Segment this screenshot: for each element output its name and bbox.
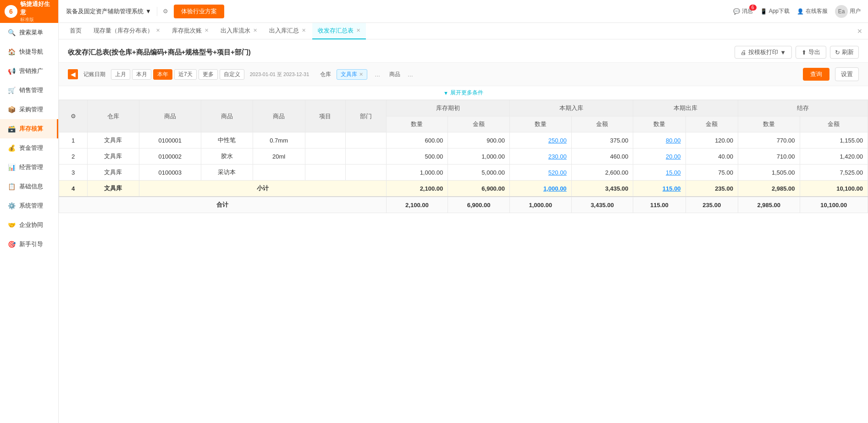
page-header-actions: 🖨 按模板打印 ▼ ⬆ 导出 ↻ 刷新	[735, 46, 859, 59]
tab-label-inout-summary: 出入库汇总	[269, 27, 299, 35]
sidebar-item-enterprise[interactable]: 🤝企业协同	[0, 215, 58, 235]
col-outbound-header: 本期出库	[633, 100, 738, 116]
row-opening-amount: 5,000.00	[448, 165, 510, 181]
row-project	[305, 148, 345, 165]
date-options: 上月本月本年近7天更多自定义	[111, 69, 244, 80]
row-inbound-qty[interactable]: 250.00	[509, 132, 571, 148]
row-outbound-qty[interactable]: 20.00	[633, 148, 686, 165]
export-icon: ⬆	[802, 49, 807, 56]
subtotal-opening-qty: 2,100.00	[386, 181, 448, 197]
goods-label: 商品	[389, 71, 400, 78]
sidebar-item-quick-nav[interactable]: 🏠快捷导航	[0, 42, 58, 61]
date-option-本月[interactable]: 本月	[132, 69, 151, 80]
tab-inventory-dist[interactable]: 现存量（库存分布表）✕	[88, 23, 166, 39]
row-balance-qty: 1,505.00	[738, 165, 800, 181]
sidebar-icon-purchase: 📦	[7, 105, 16, 114]
dropdown-arrow-icon: ▼	[780, 49, 786, 56]
row-outbound-qty[interactable]: 80.00	[633, 132, 686, 148]
filter-toggle-btn[interactable]: ◀	[68, 69, 78, 79]
row-warehouse: 文具库	[88, 165, 139, 181]
total-opening-qty: 2,100.00	[386, 197, 448, 213]
tab-inout-summary[interactable]: 出入库汇总✕	[264, 23, 311, 39]
tab-batch-ledger[interactable]: 库存批次账✕	[166, 23, 214, 39]
gear-icon[interactable]: ⚙	[163, 8, 168, 15]
row-project	[305, 132, 345, 148]
inbound-qty-header: 数量	[509, 116, 571, 132]
balance-amount-header: 金额	[800, 116, 868, 132]
table-row: 3 文具库 0100003 采访本 1,000.00 5,000.00 520.…	[59, 165, 868, 181]
online-service-action[interactable]: 👤 在线客服	[797, 7, 828, 15]
tab-receive-send-summary[interactable]: 收发存汇总表✕	[312, 23, 366, 39]
app-download-action[interactable]: 📱 App下载	[760, 7, 790, 15]
logo-text: 畅捷通好生意 标准版	[20, 0, 54, 23]
row-no: 1	[59, 132, 88, 148]
opening-qty-header: 数量	[386, 116, 448, 132]
tab-inout-flow[interactable]: 出入库流水✕	[215, 23, 263, 39]
warehouse-tag-close[interactable]: ✕	[359, 71, 363, 77]
tab-home[interactable]: 首页	[64, 23, 87, 39]
total-inbound-amount: 3,435.00	[571, 197, 633, 213]
sidebar-label-system: 系统管理	[19, 202, 43, 210]
refresh-btn[interactable]: ↻ 刷新	[830, 46, 859, 59]
tab-close-batch-ledger[interactable]: ✕	[205, 27, 209, 33]
tab-close-inventory-dist[interactable]: ✕	[156, 27, 160, 33]
sidebar-item-sales[interactable]: 🛒销售管理	[0, 81, 58, 100]
sidebar-label-basic-info: 基础信息	[19, 182, 43, 191]
sidebar-item-operations[interactable]: 📊经营管理	[0, 158, 58, 177]
date-option-近7天[interactable]: 近7天	[174, 69, 197, 80]
sidebar-logo: 6 畅捷通好生意 标准版	[0, 0, 58, 23]
sidebar-item-inventory[interactable]: 🗃️库存核算	[0, 119, 58, 138]
sidebar-icon-quick-nav: 🏠	[7, 48, 16, 56]
row-inbound-amount: 375.00	[571, 132, 633, 148]
row-inbound-qty[interactable]: 520.00	[509, 165, 571, 181]
date-option-自定义[interactable]: 自定义	[220, 69, 244, 80]
sidebar-item-guide[interactable]: 🎯新手引导	[0, 235, 58, 254]
row-outbound-amount: 120.00	[686, 132, 738, 148]
sidebar-icon-search: 🔍	[7, 28, 16, 37]
row-balance-amount: 7,525.00	[800, 165, 868, 181]
row-inbound-qty[interactable]: 230.00	[509, 148, 571, 165]
sidebar-item-marketing[interactable]: 📢营销推广	[0, 61, 58, 81]
col-goods-code-header: 商品	[139, 100, 201, 132]
sidebar-label-guide: 新手引导	[19, 240, 43, 248]
subtotal-balance-qty: 2,985.00	[738, 181, 800, 197]
tab-close-inout-summary[interactable]: ✕	[302, 27, 306, 33]
subtotal-inbound-qty[interactable]: 1,000.00	[509, 181, 571, 197]
row-goods-spec: 0.7mm	[253, 132, 305, 148]
user-label: 用户	[850, 7, 861, 15]
col-dept-header: 部门	[346, 100, 386, 132]
outbound-amount-header: 金额	[686, 116, 738, 132]
sidebar-item-basic-info[interactable]: 📋基础信息	[0, 177, 58, 196]
dropdown-icon: ▼	[145, 8, 151, 15]
subtotal-outbound-qty[interactable]: 115.00	[633, 181, 686, 197]
experience-btn[interactable]: 体验行业方案	[174, 5, 224, 18]
date-option-本年[interactable]: 本年	[153, 69, 172, 80]
print-btn[interactable]: 🖨 按模板打印 ▼	[735, 46, 792, 59]
sidebar-item-system[interactable]: ⚙️系统管理	[0, 196, 58, 215]
row-outbound-amount: 40.00	[686, 148, 738, 165]
message-action[interactable]: 💬 消息 6	[733, 7, 753, 15]
tab-close-inout-flow[interactable]: ✕	[253, 27, 257, 33]
date-option-更多[interactable]: 更多	[199, 69, 218, 80]
total-opening-amount: 6,900.00	[448, 197, 510, 213]
expand-more-bar[interactable]: ▼ 展开更多条件	[59, 86, 868, 100]
query-btn[interactable]: 查询	[803, 68, 829, 81]
tab-close-receive-send-summary[interactable]: ✕	[356, 27, 360, 33]
settings-btn[interactable]: 设置	[835, 67, 859, 81]
export-btn[interactable]: ⬆ 导出	[796, 46, 826, 59]
tab-label-receive-send-summary: 收发存汇总表	[318, 27, 354, 35]
sidebar-item-search[interactable]: 🔍搜索菜单	[0, 23, 58, 42]
warehouse-tag[interactable]: 文具库 ✕	[337, 69, 367, 80]
close-all-tabs-btn[interactable]: ✕	[857, 27, 862, 35]
date-option-上月[interactable]: 上月	[111, 69, 130, 80]
sidebar-item-finance[interactable]: 💰资金管理	[0, 138, 58, 158]
warehouse-filter-dots[interactable]: ...	[375, 71, 380, 78]
system-selector[interactable]: 装备及固定资产辅助管理系统 ▼	[66, 7, 151, 16]
col-balance-header: 结存	[738, 100, 868, 116]
row-outbound-qty[interactable]: 15.00	[633, 165, 686, 181]
col-settings[interactable]: ⚙	[59, 100, 88, 132]
row-goods-name: 胶水	[201, 148, 253, 165]
sidebar-item-purchase[interactable]: 📦采购管理	[0, 100, 58, 119]
goods-filter-dots[interactable]: ...	[408, 71, 413, 78]
user-action[interactable]: Ea 用户	[835, 5, 861, 18]
